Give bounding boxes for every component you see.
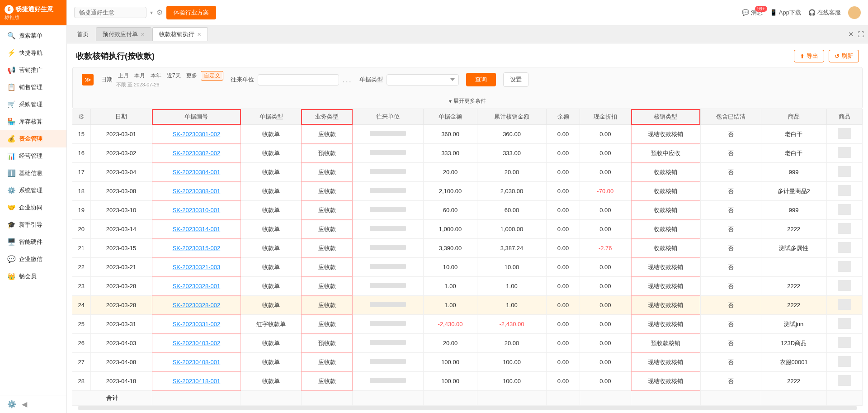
online-service-button[interactable]: 🎧 在线客服 — [808, 9, 841, 17]
sidebar-item-库存核算[interactable]: 🏪库存核算 — [0, 113, 66, 130]
row-accum: 1.00 — [477, 277, 547, 296]
row-canceltype: 现结收款核销 — [631, 125, 701, 144]
row-docno[interactable]: SK-20230403-002 — [152, 334, 241, 353]
row-date: 2023-04-18 — [90, 372, 152, 391]
sidebar-item-畅会员[interactable]: 👑畅会员 — [0, 268, 66, 285]
table-row: 22 2023-03-21 SK-20230321-003 收款单 应收款 10… — [72, 258, 863, 277]
row-accum: 60.00 — [477, 201, 547, 220]
sidebar-item-新手引导[interactable]: 🎓新手引导 — [0, 216, 66, 233]
expand-tab-icon[interactable]: ⛶ — [858, 30, 864, 38]
row-docno[interactable]: SK-20230315-002 — [152, 239, 241, 258]
row-biztype: 应收款 — [301, 125, 353, 144]
sidebar-item-企业协同[interactable]: 🤝企业协同 — [0, 199, 66, 216]
row-amount: 360.00 — [424, 125, 477, 144]
sidebar-item-营销推广[interactable]: 📢营销推广 — [0, 62, 66, 79]
row-docno[interactable]: SK-20230302-002 — [152, 144, 241, 163]
date-filter-label: 日期 — [101, 76, 113, 84]
tab-prepay[interactable]: 预付款应付单 ✕ — [96, 27, 151, 41]
industry-button[interactable]: 体验行业方案 — [166, 6, 216, 19]
expand-more-btn[interactable]: ▾ 展开更多条件 — [449, 97, 486, 105]
brand-input[interactable] — [74, 7, 146, 18]
row-amount: 333.00 — [424, 144, 477, 163]
row-biztype: 应收款 — [301, 258, 353, 277]
sidebar-item-采购管理[interactable]: 🛒采购管理 — [0, 96, 66, 113]
sidebar-item-icon: 💬 — [7, 255, 15, 263]
row-discount: 0.00 — [580, 353, 631, 372]
row-no: 15 — [72, 125, 90, 144]
row-partner — [353, 296, 424, 315]
row-date: 2023-03-14 — [90, 220, 152, 239]
refresh-button[interactable]: ↺ 刷新 — [829, 50, 859, 62]
row-docno[interactable]: SK-20230310-001 — [152, 201, 241, 220]
row-docno[interactable]: SK-20230328-002 — [152, 296, 241, 315]
row-docno[interactable]: SK-20230301-002 — [152, 125, 241, 144]
filter-setting-button[interactable]: 设置 — [503, 72, 528, 87]
row-doctype: 红字收款单 — [241, 315, 302, 334]
col-accum: 累计核销金额 — [477, 109, 547, 125]
close-tab-icon[interactable]: ✕ — [848, 30, 854, 38]
page-header: 收款核销执行(按收款) ⬆ 导出 ↺ 刷新 — [67, 43, 868, 67]
row-goods2 — [826, 353, 862, 372]
horizontal-scrollbar[interactable] — [78, 406, 857, 410]
more-date-btn[interactable]: 更多 — [184, 71, 199, 81]
row-no: 19 — [72, 201, 90, 220]
sidebar-item-icon: 🏪 — [7, 118, 15, 126]
column-settings-btn[interactable]: ⚙ — [78, 113, 84, 121]
tab-home[interactable]: 首页 — [71, 28, 95, 41]
row-date: 2023-03-31 — [90, 315, 152, 334]
table-row: 20 2023-03-14 SK-20230314-001 收款单 应收款 1,… — [72, 220, 863, 239]
row-docno[interactable]: SK-20230328-001 — [152, 277, 241, 296]
collection-tab-close-icon[interactable]: ✕ — [197, 32, 201, 38]
sidebar-item-搜索菜单[interactable]: 🔍搜索菜单 — [0, 27, 66, 44]
row-accum: 20.00 — [477, 163, 547, 182]
this-month-btn[interactable]: 本月 — [132, 71, 147, 81]
row-cleared: 否 — [700, 315, 761, 334]
row-docno[interactable]: SK-20230321-003 — [152, 258, 241, 277]
this-year-btn[interactable]: 本年 — [149, 71, 163, 81]
partner-filter-input[interactable] — [258, 74, 339, 85]
row-no: 16 — [72, 144, 90, 163]
topbar-gear-icon[interactable]: ⚙ — [156, 8, 163, 17]
row-goods2 — [826, 125, 862, 144]
row-docno[interactable]: SK-20230314-001 — [152, 220, 241, 239]
table-footer-row: 合计 — [72, 391, 863, 406]
row-date: 2023-03-08 — [90, 182, 152, 201]
row-docno[interactable]: SK-20230308-001 — [152, 182, 241, 201]
collapse-icon[interactable]: ◀ — [22, 400, 27, 408]
last-7days-btn[interactable]: 近7天 — [165, 71, 183, 81]
row-balance: 0.00 — [547, 201, 580, 220]
sidebar-item-系统管理[interactable]: ⚙️系统管理 — [0, 182, 66, 199]
sidebar-item-基础信息[interactable]: ℹ️基础信息 — [0, 165, 66, 182]
sidebar-item-快捷导航[interactable]: ⚡快捷导航 — [0, 44, 66, 62]
sidebar-item-销售管理[interactable]: 📋销售管理 — [0, 79, 66, 96]
export-button[interactable]: ⬆ 导出 — [794, 50, 824, 62]
filter-toggle-button[interactable]: ≫ — [82, 74, 94, 85]
sidebar-item-企业微信[interactable]: 💬企业微信 — [0, 251, 66, 268]
sidebar-item-资金管理[interactable]: 💰资金管理 — [0, 130, 66, 147]
row-cleared: 否 — [700, 334, 761, 353]
user-avatar[interactable] — [848, 6, 861, 19]
doctype-filter-select[interactable] — [387, 74, 459, 85]
custom-date-btn[interactable]: 自定义 — [201, 71, 223, 81]
row-docno[interactable]: SK-20230331-002 — [152, 315, 241, 334]
row-accum: 333.00 — [477, 144, 547, 163]
row-docno[interactable]: SK-20230408-001 — [152, 353, 241, 372]
tab-collection[interactable]: 收款核销执行 ✕ — [152, 27, 208, 41]
row-amount: 20.00 — [424, 334, 477, 353]
prepay-tab-close-icon[interactable]: ✕ — [141, 32, 145, 38]
message-button[interactable]: 💬 消息 99+ — [742, 9, 763, 17]
partner-dots-icon[interactable]: ... — [343, 75, 352, 85]
row-accum: 360.00 — [477, 125, 547, 144]
row-docno[interactable]: SK-20230418-001 — [152, 372, 241, 391]
message-icon: 💬 — [742, 9, 749, 16]
row-goods: 测试多属性 — [761, 239, 826, 258]
row-docno[interactable]: SK-20230304-001 — [152, 163, 241, 182]
app-download-button[interactable]: 📱 App下载 — [770, 9, 801, 17]
dropdown-chevron-icon[interactable]: ▾ — [150, 9, 153, 16]
sidebar-item-经营管理[interactable]: 📊经营管理 — [0, 147, 66, 165]
sidebar-item-智能硬件[interactable]: 🖥️智能硬件 — [0, 233, 66, 251]
row-goods2 — [826, 296, 862, 315]
last-month-btn[interactable]: 上月 — [116, 71, 131, 81]
query-button[interactable]: 查询 — [466, 73, 496, 86]
settings-footer-icon[interactable]: ⚙️ — [7, 400, 16, 408]
